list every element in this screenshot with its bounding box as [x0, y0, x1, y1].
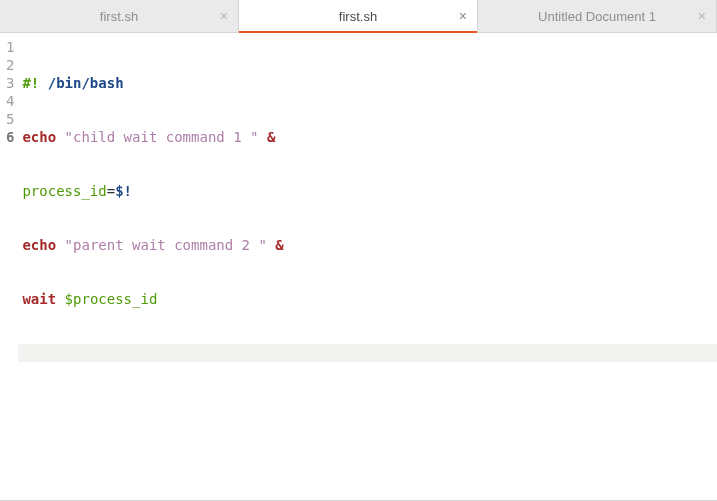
- tab-first-sh-2[interactable]: first.sh ×: [239, 0, 478, 32]
- tab-untitled-1[interactable]: Untitled Document 1 ×: [478, 0, 717, 32]
- line-number: 1: [6, 38, 14, 56]
- code-line: wait $process_id: [18, 290, 717, 308]
- token-keyword: echo: [22, 129, 56, 145]
- line-number: 2: [6, 56, 14, 74]
- token-special: $!: [115, 183, 132, 199]
- line-number: 3: [6, 74, 14, 92]
- token-variable: process_id: [22, 183, 106, 199]
- code-area[interactable]: #! /bin/bash echo "child wait command 1 …: [18, 33, 717, 500]
- line-number: 6: [6, 128, 14, 146]
- tab-label: Untitled Document 1: [538, 9, 656, 24]
- token-equals: =: [107, 183, 115, 199]
- token-operator: &: [267, 129, 275, 145]
- code-line: #! /bin/bash: [18, 74, 717, 92]
- token-string: "parent wait command 2 ": [65, 237, 267, 253]
- token-keyword: echo: [22, 237, 56, 253]
- close-icon[interactable]: ×: [220, 9, 228, 23]
- code-line: echo "parent wait command 2 " &: [18, 236, 717, 254]
- tab-first-sh-1[interactable]: first.sh ×: [0, 0, 239, 32]
- token-string: "child wait command 1 ": [65, 129, 259, 145]
- tab-bar: first.sh × first.sh × Untitled Document …: [0, 0, 717, 33]
- code-editor[interactable]: 1 2 3 4 5 6 #! /bin/bash echo "child wai…: [0, 33, 717, 500]
- code-line-current: [18, 344, 717, 362]
- line-number: 5: [6, 110, 14, 128]
- line-number: 4: [6, 92, 14, 110]
- token-variable: $process_id: [65, 291, 158, 307]
- line-number-gutter: 1 2 3 4 5 6: [0, 33, 18, 500]
- close-icon[interactable]: ×: [459, 9, 467, 23]
- tab-label: first.sh: [100, 9, 138, 24]
- tab-label: first.sh: [339, 9, 377, 24]
- close-icon[interactable]: ×: [698, 9, 706, 23]
- code-line: echo "child wait command 1 " &: [18, 128, 717, 146]
- token-shebang-path: /bin/bash: [39, 75, 123, 91]
- token-keyword: wait: [22, 291, 56, 307]
- token-shebang: #!: [22, 75, 39, 91]
- code-line: process_id=$!: [18, 182, 717, 200]
- token-operator: &: [275, 237, 283, 253]
